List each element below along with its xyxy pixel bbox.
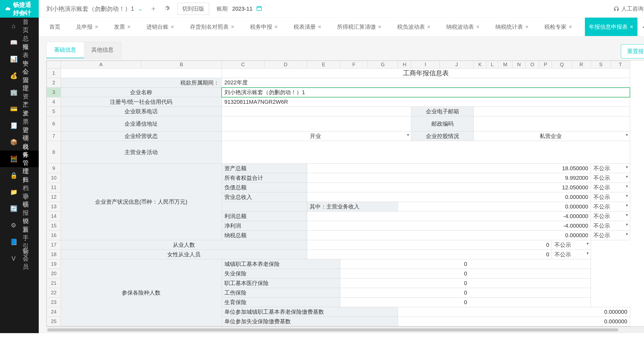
cell[interactable]: 负债总额 [222, 183, 307, 192]
row-header[interactable]: 13 [47, 202, 61, 212]
tab-0[interactable]: 首页 [46, 23, 63, 31]
tab-2[interactable]: 发票✕ [111, 23, 134, 31]
cell[interactable]: 净利润 [222, 221, 307, 231]
col-header[interactable]: N [512, 61, 525, 68]
col-header[interactable]: L [486, 61, 498, 68]
cell[interactable]: 0 [307, 240, 552, 250]
col-header[interactable]: K [474, 61, 487, 68]
col-header[interactable]: D [264, 61, 307, 68]
cell[interactable]: 失业保险 [222, 269, 340, 278]
row-header[interactable]: 1 [47, 68, 61, 78]
cell[interactable]: 企业控股情况 [411, 131, 473, 141]
cell[interactable]: 参保各险种人数 [61, 259, 222, 326]
col-header[interactable]: I [411, 61, 439, 68]
tab-close-icon[interactable]: ✕ [525, 24, 529, 30]
sidebar-item-6[interactable]: 🧾发票管理 [0, 117, 39, 134]
cell[interactable]: 企业电子邮箱 [411, 107, 473, 116]
account-dropdown-icon[interactable]: ⌄ [138, 6, 143, 12]
row-header[interactable]: 12 [47, 192, 61, 202]
col-header[interactable]: E [307, 61, 340, 68]
row-header[interactable]: 9 [47, 164, 61, 173]
row-header[interactable]: 5 [47, 107, 61, 116]
cell[interactable]: 0.000000 [307, 231, 591, 240]
cell[interactable]: 营业总收入 [222, 192, 307, 202]
tab-close-icon[interactable]: ✕ [95, 24, 98, 30]
col-header[interactable]: J [439, 61, 473, 68]
cell[interactable]: 不公示 [552, 250, 591, 259]
cell[interactable] [61, 68, 222, 78]
row-header[interactable]: 14 [47, 212, 61, 221]
tab-close-icon[interactable]: ✕ [171, 24, 174, 30]
col-header[interactable]: M [498, 61, 512, 68]
row-header[interactable]: 11 [47, 183, 61, 192]
cell[interactable]: 职工基本医疗保险 [222, 278, 340, 288]
cell[interactable]: 税款所属期间： [61, 78, 222, 88]
tab-close-icon[interactable]: ✕ [274, 24, 278, 30]
col-header[interactable]: F [340, 61, 368, 68]
col-header[interactable]: B [141, 61, 222, 68]
account-name[interactable]: 刘小艳演示账套（勿删勿动！）1 [46, 5, 134, 13]
cell-company-name[interactable]: 刘小艳演示账套（勿删勿动！）1 [222, 88, 630, 97]
row-header[interactable]: 10 [47, 173, 61, 183]
cell[interactable]: 12.050000 [307, 183, 591, 192]
cell[interactable]: 利润总额 [222, 212, 307, 221]
cell[interactable]: 企业联系电话 [61, 107, 222, 116]
col-header[interactable]: S [591, 61, 611, 68]
cell[interactable]: 女性从业人员 [61, 250, 307, 259]
row-header[interactable]: 16 [47, 231, 61, 240]
cell[interactable]: 邮政编码 [411, 116, 473, 131]
col-header[interactable] [47, 61, 61, 68]
sidebar-item-13[interactable]: 📘新手引导 [0, 234, 39, 250]
cell[interactable]: -4.000000 [307, 212, 591, 221]
cell[interactable]: 91320811MA7NGR2W6R [222, 97, 630, 107]
cell[interactable] [222, 202, 307, 212]
spreadsheet[interactable]: ABCDEFGHIJKLMNOPQRST1工商年报信息表2税款所属期间：2022… [46, 60, 644, 327]
cell[interactable]: 注册号/统一社会信用代码 [61, 97, 222, 107]
sidebar-item-11[interactable]: 🔄小畅报销 [0, 200, 39, 217]
sidebar-item-5[interactable]: 💳工资 [0, 101, 39, 117]
cell[interactable]: 主营业务活动 [61, 141, 222, 164]
tab-close-icon[interactable]: ✕ [427, 24, 431, 30]
switch-old-button[interactable]: 切到旧版 [177, 3, 209, 15]
cell[interactable]: 企业名称 [61, 88, 222, 97]
row-header[interactable]: 2 [47, 78, 61, 88]
cell[interactable]: -4.000000 [307, 221, 591, 231]
sidebar-item-3[interactable]: 💰资金管理 [0, 67, 39, 84]
tab-10[interactable]: 纳税统计表✕ [492, 23, 532, 31]
sidebar-item-12[interactable]: ⚙设置 [0, 217, 39, 234]
row-header[interactable]: 25 [47, 317, 61, 326]
tab-close-icon[interactable]: ✕ [476, 24, 480, 30]
cell[interactable]: 9.992000 [307, 173, 591, 183]
cell[interactable]: 0 [340, 298, 591, 307]
cell[interactable] [222, 107, 411, 116]
cell[interactable]: 0 [340, 259, 591, 269]
row-header[interactable]: 4 [47, 97, 61, 107]
sidebar-item-8[interactable]: 🧮税务管理 [0, 151, 39, 167]
tab-9[interactable]: 纳税波动表✕ [443, 23, 483, 31]
cell[interactable]: 不公示 [591, 192, 630, 202]
sidebar-item-4[interactable]: 🏢固定资产 [0, 84, 39, 101]
cell[interactable]: 不公示 [591, 231, 630, 240]
tab-close-icon[interactable]: ✕ [569, 24, 572, 30]
tab-close-icon[interactable]: ✕ [378, 24, 382, 30]
cell[interactable]: 不公示 [591, 173, 630, 183]
cell[interactable]: 不公示 [591, 221, 630, 231]
cell[interactable] [474, 116, 630, 131]
cell[interactable]: 0.000000 [307, 192, 591, 202]
row-header[interactable]: 7 [47, 131, 61, 141]
sidebar-item-0[interactable]: ⌂首页 [0, 18, 39, 34]
cell[interactable]: 单位参加失业保险缴费基数 [222, 317, 398, 326]
sidebar-item-14[interactable]: V畅会员 [0, 250, 39, 267]
consult-link[interactable]: 人工咨询 [613, 5, 643, 13]
row-header[interactable]: 15 [47, 221, 61, 231]
calendar-icon[interactable] [256, 5, 262, 12]
cell[interactable]: 不公示 [591, 212, 630, 221]
cell[interactable]: 生育保险 [222, 298, 340, 307]
tab-1[interactable]: 兑申报✕ [73, 23, 101, 31]
tab-5[interactable]: 税务申报✕ [247, 23, 281, 31]
col-header[interactable]: C [222, 61, 264, 68]
col-header[interactable]: A [61, 61, 141, 68]
row-header[interactable]: 22 [47, 288, 61, 298]
cell[interactable]: 所有者权益合计 [222, 173, 307, 183]
horizontal-scrollbar[interactable] [46, 327, 644, 333]
